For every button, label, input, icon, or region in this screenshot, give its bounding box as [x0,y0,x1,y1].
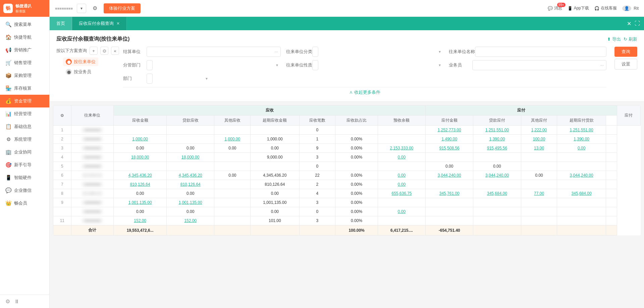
sidebar-item-label: 资金管理 [14,98,32,104]
edition-label: 标准版 [15,9,32,14]
export-btn[interactable]: ⬆ 导出 [607,36,621,42]
nav-dropdown-btn[interactable]: ▾ [77,4,86,13]
partner-nature-select[interactable] [312,60,318,70]
enterprise-icon: 🏢 [5,149,11,155]
sidebar-item-label: 销售管理 [14,60,32,66]
sidebar-item-beginner[interactable]: 🎯 新手引导 [0,159,49,171]
customer-service-btn[interactable]: 🎧 在线客服 [594,5,617,11]
app-download-btn[interactable]: 📱 App下载 [568,5,589,11]
sidebar-item-basic-info[interactable]: 📋 基础信息 [0,120,49,133]
refresh-btn[interactable]: ↻ 刷新 [624,36,637,42]
footer-settings-icon[interactable]: ⚙ [5,298,10,305]
table-row: 5■■■■■■00.000.00 [53,162,641,171]
scheme-employee-icon: ⬤ [66,69,72,75]
messages-btn[interactable]: 💬 消息 99+ [548,5,562,11]
dept-select[interactable] [147,74,153,84]
purchase-icon: 📦 [5,73,11,79]
data-table: ⚙ 往来单位 应收 应付 应付 应收金额 贷款应收 其他应收 超期应收金额 应收… [53,105,641,235]
footer-collapse-icon[interactable]: ⏸ [14,299,19,305]
filter-add-btn[interactable]: + [90,47,98,55]
filter-row-3: 部门 [123,74,606,84]
basic-info-icon: 📋 [5,124,11,130]
sidebar: 畅 畅捷通叭 标准版 🔍 搜索菜单 🏠 快捷导航 📢 营销推广 🛒 销售管理 📦… [0,0,50,308]
footer-label: 合计 [71,225,114,235]
user-name: Rit [634,6,639,11]
sidebar-footer: ⚙ ⏸ [0,295,49,308]
dept-manager-select[interactable] [147,60,153,70]
col-ar-loan: 贷款应收 [167,116,214,126]
filter-collapse-btn[interactable]: ∧ 收起更多条件 [123,87,606,97]
col-ap-overdue: 超期应付货款 [557,116,606,126]
footer-ar-prepay[interactable]: 6,417,215.... [378,225,425,235]
table-row: 11■■■■■■152.00152.00101.0030.00% [53,216,641,225]
tab-close-icon[interactable]: ✕ [116,21,120,26]
main-content: 应收应付余额查询(按往来单位) ⬆ 导出 ↻ 刷新 按以下方案查询 + ⊙ « [50,30,644,308]
partner-category-select-wrap [312,47,444,57]
app-download-label: App下载 [574,5,589,11]
sidebar-item-enterprise-coop[interactable]: 🏢 企业协同 [0,146,49,159]
scheme-by-employee[interactable]: ⬤ 按业务员 [63,68,98,76]
partner-category-select[interactable] [312,47,318,57]
scheme-by-partner[interactable]: ⬤ 按往来单位 [63,57,98,66]
settings-gear-icon[interactable]: ⚙ [90,4,100,13]
filter-fields: 结算单位 ··· 往来单位分类 [123,47,606,97]
sidebar-item-sales[interactable]: 🛒 销售管理 [0,56,49,69]
sidebar-item-enterprise-wx[interactable]: 💬 企业微信 [0,184,49,197]
sales-icon: 🛒 [5,60,11,66]
salesperson-input[interactable] [472,60,606,70]
partner-name-input[interactable] [475,47,606,57]
filter-settings-btn[interactable]: ⊙ [100,47,108,55]
export-icon: ⬆ [607,37,611,42]
sidebar-item-operations[interactable]: 📊 经营管理 [0,107,49,120]
search-menu-icon: 🔍 [5,21,11,28]
dept-manager-select-wrap [147,60,281,70]
footer-ar-loan [167,225,214,235]
sidebar-item-label: 快捷导航 [14,34,32,40]
sidebar-item-smart-hw[interactable]: 📱 智能硬件 [0,171,49,184]
sidebar-item-marketing[interactable]: 📢 营销推广 [0,44,49,56]
col-ap-amount: 应付金额 [426,116,473,126]
sidebar-item-quick-nav[interactable]: 🏠 快捷导航 [0,31,49,44]
sidebar-item-search-menu[interactable]: 🔍 搜索菜单 [0,18,49,31]
sidebar-item-label: 畅会员 [14,200,27,206]
logo-icon: 畅 [3,4,13,13]
vip-icon: 👑 [5,200,11,206]
settlement-unit-input[interactable] [147,47,281,57]
sidebar-item-system[interactable]: ⚙ 系统管理 [0,133,49,146]
filter-collapse-btn[interactable]: « [111,47,119,55]
sidebar-item-purchase[interactable]: 📦 采购管理 [0,69,49,82]
col-ar-amount: 应收金额 [114,116,167,126]
breadcrumb: ■■■■■■■■ [55,6,73,10]
user-menu[interactable]: 👤 Rit [622,6,639,11]
sidebar-item-finance[interactable]: 💰 资金管理 [0,95,49,107]
group-ap: 应付 [426,105,617,116]
footer-ap-other [521,225,557,235]
partner-nature-field: 往来单位性质 [286,60,444,70]
settlement-unit-dots-icon[interactable]: ··· [275,49,278,54]
marketing-icon: 📢 [5,47,11,53]
sidebar-item-vip[interactable]: 👑 畅会员 [0,197,49,210]
tabbar: 首页 应收应付余额查询 ✕ ✕ ⛶ [50,17,644,30]
finance-icon: 💰 [5,98,11,104]
promo-button[interactable]: 体验行业方案 [104,3,141,13]
group-ar: 应收 [114,105,426,116]
footer-ar-other [214,225,251,235]
window-close-icon[interactable]: ✕ [627,20,631,27]
col-settings-icon[interactable]: ⚙ [53,105,71,126]
col-ar-ratio: 应收款占比 [335,116,378,126]
sidebar-item-inventory[interactable]: 🏪 库存核算 [0,82,49,95]
table-row: 4■■■■■■18,000.0018,000.009,000.0030.00%0… [53,153,641,162]
tab-ar-ap-query[interactable]: 应收应付余额查询 ✕ [72,17,127,30]
salesperson-dots-icon[interactable]: ··· [600,63,604,68]
scheme-partner-icon: ⬤ [66,59,72,65]
partner-category-field: 往来单位分类 [286,47,444,57]
window-expand-icon[interactable]: ⛶ [635,20,640,27]
footer-ar-total[interactable]: 19,553,472,6... [114,225,167,235]
set-button[interactable]: 设置 [614,59,637,70]
tab-home[interactable]: 首页 [50,17,72,30]
user-avatar: 👤 [622,5,631,11]
messages-badge: 99+ [557,3,566,7]
partner-name-field: 往来单位名称 [449,47,606,57]
query-button[interactable]: 查询 [614,47,637,57]
sidebar-item-label: 营销推广 [14,47,32,53]
